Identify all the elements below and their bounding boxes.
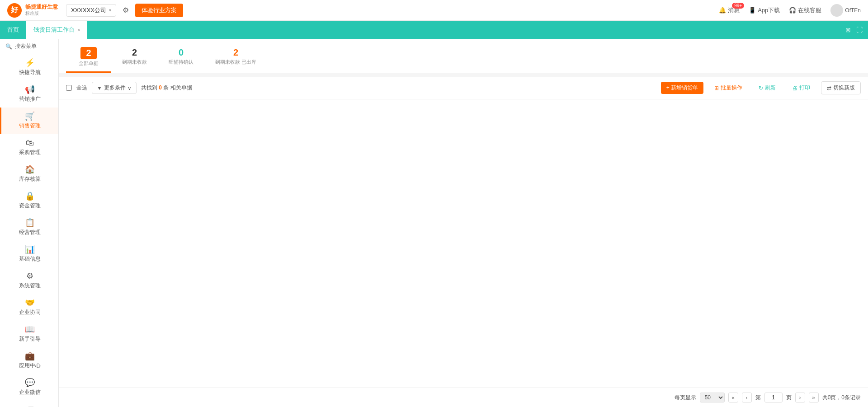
print-button[interactable]: 🖨 打印 (787, 82, 816, 94)
stat-label-overdue: 到期未收款 (122, 59, 147, 65)
sidebar-item-label: 采购管理 (19, 149, 41, 156)
sidebar-item-apps[interactable]: 💼 应用中心 (0, 347, 58, 374)
stat-tab-all[interactable]: 2 全部单据 (66, 43, 111, 73)
next-page-button[interactable]: › (795, 393, 805, 402)
sidebar-item-label: 销售管理 (19, 122, 41, 130)
pagination: 每页显示 50 20 100 « ‹ 第 页 › » 共0页，0条记录 (59, 388, 868, 407)
sidebar-item-label: 新手引导 (19, 335, 41, 343)
sidebar-item-label: 快捷导航 (19, 69, 41, 76)
sidebar-item-label: 经营管理 (19, 229, 41, 236)
table-area (59, 99, 868, 388)
sidebar-item-marketing[interactable]: 📢 营销推广 (0, 81, 58, 108)
online-service-label: 在线客服 (798, 6, 821, 14)
sidebar-item-inventory[interactable]: 🏠 库存核算 (0, 161, 58, 187)
settings-icon[interactable]: ⚙ (121, 4, 131, 16)
sidebar-item-purchase[interactable]: 🛍 采购管理 (0, 134, 58, 161)
found-prefix: 共找到 (141, 84, 157, 91)
sidebar-item-sales[interactable]: 🛒 销售管理 (0, 108, 58, 134)
bell-icon: 🔔 (719, 7, 726, 14)
toolbar-right: + 新增销货单 ⊞ 批量操作 ↻ 刷新 🖨 打印 ⇄ 切换新版 (661, 81, 861, 94)
inventory-icon: 🏠 (25, 165, 35, 173)
found-count: 0 (159, 84, 162, 91)
marketing-icon: 📢 (25, 85, 35, 94)
stats-tabs: 2 全部单据 2 到期未收款 0 旺辅待确认 2 到期未收款 已出库 (59, 39, 868, 73)
guide-icon: 📖 (25, 325, 35, 333)
sidebar: 🔍 搜索菜单 ⚡ 快捷导航 📢 营销推广 🛒 销售管理 🛍 采购管理 🏠 库存核… (0, 39, 59, 407)
tab-daily-work-label: 钱货日清工作台 (33, 26, 75, 34)
sidebar-item-quick-nav[interactable]: ⚡ 快捷导航 (0, 54, 58, 81)
filter-label: 更多条件 (104, 84, 126, 92)
sidebar-item-finance[interactable]: 🔒 资金管理 (0, 187, 58, 214)
window-restore-icon[interactable]: ⊠ (845, 26, 851, 33)
message-button[interactable]: 🔔 消息 99+ (719, 6, 740, 14)
switch-label: 切换新版 (833, 84, 855, 92)
sidebar-item-system[interactable]: ⚙ 系统管理 (0, 267, 58, 294)
new-sale-button[interactable]: + 新增销货单 (661, 82, 703, 94)
filter-button[interactable]: ▼ 更多条件 ∨ (92, 82, 137, 94)
window-maximize-icon[interactable]: ⛶ (856, 26, 863, 33)
tab-home[interactable]: 首页 (0, 26, 26, 34)
app-download-button[interactable]: 📱 App下载 (749, 6, 780, 14)
sidebar-item-label: 应用中心 (19, 362, 41, 370)
system-icon: ⚙ (26, 272, 33, 280)
sidebar-item-guide[interactable]: 📖 新手引导 (0, 321, 58, 347)
page-end-word: 页 (786, 394, 792, 402)
sidebar-item-label: 系统管理 (19, 282, 41, 290)
logo-area: 好 畅捷通好生意 标准版 (7, 3, 66, 18)
stat-number-pending: 0 (179, 47, 184, 58)
stat-tab-overdue[interactable]: 2 到期未收款 (111, 43, 158, 73)
sidebar-item-operations[interactable]: 📋 经营管理 (0, 214, 58, 241)
first-page-button[interactable]: « (728, 393, 738, 402)
sidebar-item-label: 企业协同 (19, 309, 41, 316)
per-page-select[interactable]: 50 20 100 (700, 393, 725, 402)
avatar-image (830, 4, 843, 17)
refresh-icon: ↻ (759, 85, 763, 91)
company-name: XXXXXX公司 (71, 6, 106, 14)
prev-page-button[interactable]: ‹ (742, 393, 752, 402)
avatar[interactable]: OfTEn (830, 4, 861, 17)
experience-button[interactable]: 体验行业方案 (135, 4, 183, 17)
tab-window-controls: ⊠ ⛶ (845, 26, 868, 33)
logo-title: 畅捷通好生意 (25, 4, 58, 10)
avatar-name: OfTEn (845, 7, 861, 14)
company-selector[interactable]: XXXXXX公司 ▾ (66, 4, 116, 17)
tab-close-icon[interactable]: × (77, 27, 80, 33)
found-text: 共找到 0 条 相关单据 (141, 84, 192, 92)
print-label: 打印 (799, 84, 810, 92)
toolbar: 全选 ▼ 更多条件 ∨ 共找到 0 条 相关单据 + 新增销货单 ⊞ 批量操作 … (59, 77, 868, 99)
sidebar-item-wechat[interactable]: 💬 企业微信 (0, 374, 58, 401)
stat-tab-overdue-shipped[interactable]: 2 到期未收款 已出库 (204, 43, 267, 73)
logo-icon: 好 (7, 3, 22, 18)
batch-ops-label: 批量操作 (721, 84, 742, 92)
quick-nav-icon: ⚡ (25, 59, 35, 67)
online-service-button[interactable]: 🎧 在线客服 (789, 6, 821, 14)
batch-ops-button[interactable]: ⊞ 批量操作 (709, 82, 748, 94)
operations-icon: 📋 (25, 219, 35, 227)
stat-number-all: 2 (80, 47, 96, 59)
refresh-label: 刷新 (765, 84, 776, 92)
logo-subtitle: 标准版 (25, 10, 58, 17)
sidebar-item-basic-info[interactable]: 📊 基础信息 (0, 241, 58, 267)
content-area: 2 全部单据 2 到期未收款 0 旺辅待确认 2 到期未收款 已出库 全选 ▼ … (59, 39, 868, 407)
sidebar-item-label: 基础信息 (19, 255, 41, 263)
last-page-button[interactable]: » (809, 393, 819, 402)
per-page-label: 每页显示 (675, 394, 696, 402)
batch-ops-icon: ⊞ (714, 85, 719, 91)
main-layout: 🔍 搜索菜单 ⚡ 快捷导航 📢 营销推广 🛒 销售管理 🛍 采购管理 🏠 库存核… (0, 39, 868, 407)
sidebar-item-member[interactable]: 🏷 畅会员 (0, 401, 58, 407)
refresh-button[interactable]: ↻ 刷新 (753, 82, 781, 94)
select-all-checkbox[interactable] (66, 85, 72, 91)
tab-daily-work[interactable]: 钱货日清工作台 × (26, 21, 87, 39)
message-badge: 99+ (732, 3, 744, 9)
stat-label-pending: 旺辅待确认 (169, 59, 193, 65)
sidebar-item-label: 企业微信 (19, 388, 41, 396)
search-menu-label: 搜索菜单 (15, 42, 37, 50)
app-download-label: App下载 (758, 6, 780, 14)
sidebar-item-cooperation[interactable]: 🤝 企业协同 (0, 294, 58, 321)
stat-tab-pending[interactable]: 0 旺辅待确认 (158, 43, 204, 73)
switch-icon: ⇄ (827, 85, 831, 91)
page-number-input[interactable] (764, 393, 783, 402)
search-icon: 🔍 (5, 43, 12, 50)
search-menu-button[interactable]: 🔍 搜索菜单 (0, 39, 58, 54)
switch-new-version-button[interactable]: ⇄ 切换新版 (821, 81, 861, 94)
